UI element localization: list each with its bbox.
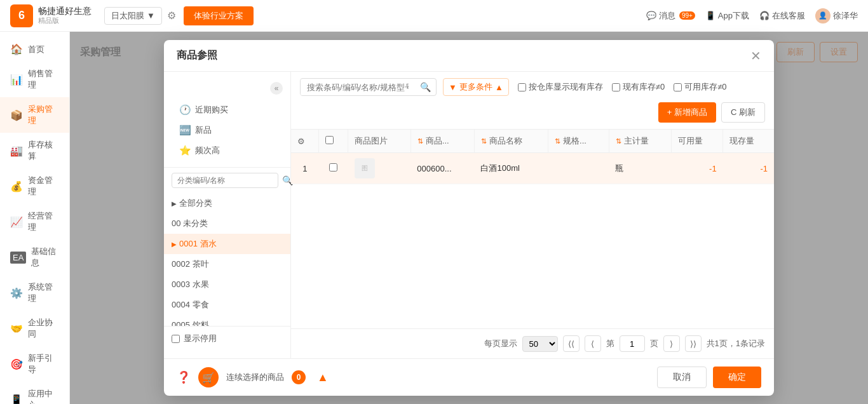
cart-icon[interactable]: 🛒 xyxy=(198,367,219,387)
app-download-nav-item[interactable]: 📱 App下载 xyxy=(705,10,749,22)
left-panel-footer: 显示停用 xyxy=(164,326,290,351)
td-image: 图 xyxy=(348,153,411,184)
per-page-select[interactable]: 50 10 20 100 xyxy=(522,336,558,352)
collapse-button[interactable]: « xyxy=(270,82,283,95)
experience-btn[interactable]: 体验行业方案 xyxy=(184,6,254,25)
sidebar-item-guide[interactable]: 🎯 新手引导 xyxy=(0,346,69,382)
cancel-button[interactable]: 取消 xyxy=(657,367,707,388)
td-available: -1 xyxy=(672,153,723,184)
th-spec[interactable]: ⇅ 规格... xyxy=(548,130,609,153)
message-label: 消息 xyxy=(659,10,675,22)
stock-nonzero-checkbox-label[interactable]: 现有库存≠0 xyxy=(612,81,665,93)
category-0003[interactable]: 0003 水果 xyxy=(164,274,290,295)
quick-new[interactable]: 🆕 新品 xyxy=(172,120,283,140)
left-panel: « 🕐 近期购买 🆕 新品 ⭐ xyxy=(164,72,291,358)
message-nav-item[interactable]: 💬 消息 99+ xyxy=(646,10,695,22)
help-icon[interactable]: ❓ xyxy=(177,370,191,384)
sidebar-item-system-label: 系统管理 xyxy=(28,281,59,304)
more-filter-button[interactable]: ▼ 更多条件 ▲ xyxy=(443,78,509,96)
warehouse-stock-checkbox[interactable] xyxy=(518,83,526,91)
settings-icon: ⚙ xyxy=(297,137,305,146)
user-nav-item[interactable]: 👤 徐泽华 xyxy=(815,8,858,24)
sidebar-item-appcenter-label: 应用中心 xyxy=(28,388,59,404)
category-all[interactable]: ▶ 全部分类 xyxy=(164,193,290,213)
store-selector[interactable]: 日太阳膜 ▼ xyxy=(104,7,162,25)
show-disabled-checkbox[interactable] xyxy=(172,335,180,343)
inventory-icon: 🏭 xyxy=(10,145,23,157)
category-0002[interactable]: 0002 茶叶 xyxy=(164,254,290,274)
product-thumbnail: 图 xyxy=(355,158,375,178)
category-0004[interactable]: 0004 零食 xyxy=(164,295,290,315)
sidebar-item-operation[interactable]: 📈 经营管理 xyxy=(0,204,69,239)
recent-label: 近期购买 xyxy=(195,104,228,116)
pagination: 每页显示 50 10 20 100 ⟨⟨ ⟨ 第 页 xyxy=(291,328,774,358)
add-product-button[interactable]: + 新增商品 xyxy=(658,102,716,123)
td-stock: -1 xyxy=(723,153,774,184)
page-first-button[interactable]: ⟨⟨ xyxy=(563,335,580,352)
sidebar-item-finance[interactable]: 💰 资金管理 xyxy=(0,168,69,204)
category-0002-label: 0002 茶叶 xyxy=(172,259,209,270)
sidebar-item-sales[interactable]: 📊 销售管理 xyxy=(0,62,69,97)
category-0005[interactable]: 0005 饮料 xyxy=(164,315,290,326)
page-next-button[interactable]: ⟩ xyxy=(663,335,680,352)
per-page-label: 每页显示 xyxy=(484,338,517,349)
th-code[interactable]: ⇅ 商品... xyxy=(410,130,474,153)
online-service-nav-item[interactable]: 🎧 在线客服 xyxy=(759,10,805,22)
row-checkbox[interactable] xyxy=(329,163,337,172)
sidebar-item-home-label: 首页 xyxy=(28,44,44,55)
appcenter-icon: 📱 xyxy=(10,394,23,405)
sidebar-item-enterprise[interactable]: 🤝 企业协同 xyxy=(0,311,69,346)
basic-icon: EA xyxy=(10,252,26,264)
page-prev-button[interactable]: ⟨ xyxy=(585,335,601,352)
th-name[interactable]: ⇅ 商品名称 xyxy=(474,130,548,153)
td-checkbox[interactable] xyxy=(319,153,348,184)
sidebar-item-purchase-label: 采购管理 xyxy=(28,104,59,126)
table-row[interactable]: 1 图 000600... 白酒100ml xyxy=(291,153,774,184)
store-name: 日太阳膜 xyxy=(111,10,144,22)
sidebar-item-inventory-label: 库存核算 xyxy=(28,139,59,162)
select-all-checkbox[interactable] xyxy=(325,136,334,144)
new-icon: 🆕 xyxy=(179,125,191,136)
page-number-input[interactable] xyxy=(620,335,645,352)
footer-right: 取消 确定 xyxy=(657,367,761,388)
quick-frequent[interactable]: ⭐ 频次高 xyxy=(172,140,283,161)
modal-body: « 🕐 近期购买 🆕 新品 ⭐ xyxy=(164,72,774,358)
sidebar-item-inventory[interactable]: 🏭 库存核算 xyxy=(0,133,69,168)
sidebar-item-purchase[interactable]: 📦 采购管理 xyxy=(0,97,69,133)
sidebar-item-appcenter[interactable]: 📱 应用中心 xyxy=(0,382,69,404)
warehouse-stock-checkbox-label[interactable]: 按仓库显示现有库存 xyxy=(518,81,603,93)
th-unit[interactable]: ⇅ 主计量 xyxy=(609,130,672,153)
product-search-icon[interactable]: 🔍 xyxy=(415,79,436,95)
main-content: 采购管理 查询 刷新 设置 商品参照 ✕ xyxy=(70,32,868,404)
category-0005-label: 0005 饮料 xyxy=(172,320,209,326)
top-nav: 6 畅捷通好生意 精品版 日太阳膜 ▼ ⚙ 体验行业方案 💬 消息 99+ 📱 … xyxy=(0,0,868,32)
category-0001[interactable]: ▶ 0001 酒水 xyxy=(164,234,290,254)
sidebar-item-system[interactable]: ⚙️ 系统管理 xyxy=(0,275,69,311)
available-nonzero-checkbox-label[interactable]: 可用库存≠0 xyxy=(674,81,726,93)
category-uncategorized[interactable]: 00 未分类 xyxy=(164,213,290,234)
modal-overlay: 商品参照 ✕ « 🕐 近期购买 xyxy=(70,32,868,404)
sidebar-item-basic[interactable]: EA 基础信息 xyxy=(0,239,69,275)
sidebar-item-operation-label: 经营管理 xyxy=(28,210,59,233)
table-area: ⚙ 商品图片 xyxy=(291,130,774,328)
stock-nonzero-checkbox[interactable] xyxy=(612,83,620,91)
page-last-button[interactable]: ⟩⟩ xyxy=(685,335,702,352)
td-name: 白酒100ml xyxy=(474,153,548,184)
category-search-input[interactable] xyxy=(172,173,278,188)
quick-recent[interactable]: 🕐 近期购买 xyxy=(172,100,283,120)
sidebar-item-home[interactable]: 🏠 首页 xyxy=(0,37,69,62)
product-search-input[interactable] xyxy=(301,79,415,95)
user-avatar: 👤 xyxy=(815,8,831,24)
available-nonzero-checkbox[interactable] xyxy=(674,83,682,91)
confirm-button[interactable]: 确定 xyxy=(713,367,761,388)
close-button[interactable]: ✕ xyxy=(750,50,761,62)
expand-icon[interactable]: ▲ xyxy=(317,371,329,384)
available-nonzero-label: 可用库存≠0 xyxy=(684,81,726,93)
warehouse-stock-label: 按仓库显示现有库存 xyxy=(529,81,603,93)
product-table: ⚙ 商品图片 xyxy=(291,130,774,184)
td-index: 1 xyxy=(291,153,319,184)
recent-icon: 🕐 xyxy=(179,104,191,116)
refresh-button[interactable]: C 刷新 xyxy=(721,102,765,123)
settings-icon[interactable]: ⚙ xyxy=(167,10,176,22)
brand-sub: 精品版 xyxy=(38,16,92,25)
